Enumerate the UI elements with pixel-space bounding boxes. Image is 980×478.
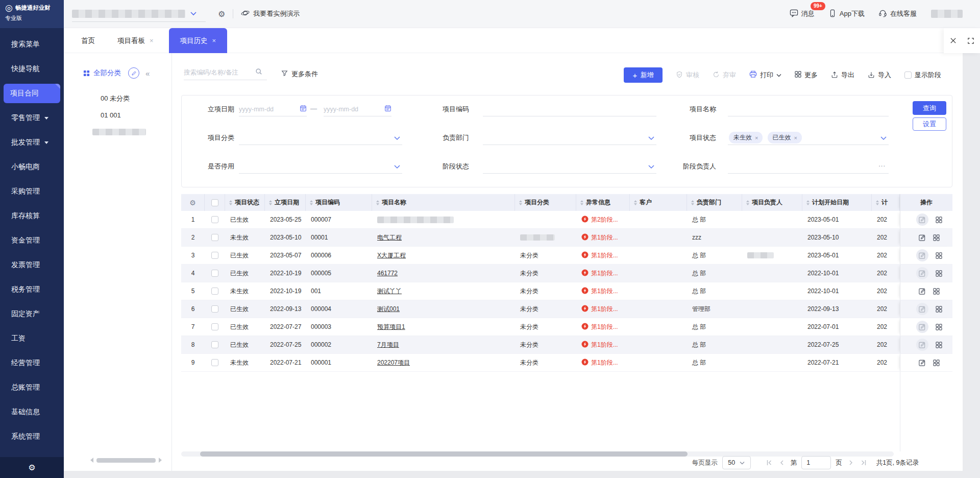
- edit-icon[interactable]: [916, 321, 928, 333]
- exception-link[interactable]: 第1阶段...: [581, 287, 618, 296]
- sidebar-item[interactable]: 基础信息: [0, 400, 64, 424]
- exception-link[interactable]: 第2阶段...: [581, 216, 618, 224]
- more-actions-icon[interactable]: [936, 324, 942, 330]
- sort-icon[interactable]: [691, 200, 694, 205]
- first-page-icon[interactable]: [766, 460, 772, 466]
- exception-link[interactable]: 第1阶段...: [581, 323, 618, 331]
- scrollbar-thumb[interactable]: [96, 458, 156, 463]
- sidebar-item[interactable]: 小畅电商: [0, 155, 64, 179]
- category-panel-title[interactable]: 全部分类: [93, 68, 121, 78]
- edit-icon[interactable]: [918, 359, 926, 367]
- collapse-panel-icon[interactable]: «: [145, 69, 150, 78]
- sort-icon[interactable]: [580, 200, 583, 205]
- scroll-right-icon[interactable]: [159, 458, 162, 463]
- more-actions-icon[interactable]: [936, 217, 942, 223]
- settings-gear-icon[interactable]: ⚙: [28, 463, 35, 472]
- edit-icon[interactable]: [916, 339, 928, 351]
- column-header[interactable]: 异常信息: [576, 194, 630, 211]
- fullscreen-icon[interactable]: [968, 38, 974, 44]
- sidebar-item[interactable]: 采购管理: [0, 179, 64, 204]
- scrollbar-thumb[interactable]: [200, 451, 688, 457]
- tab-close-icon[interactable]: ×: [150, 37, 154, 44]
- sidebar-item[interactable]: 系统管理: [0, 424, 64, 449]
- column-header[interactable]: 立项日期: [265, 194, 306, 211]
- exception-link[interactable]: 第1阶段...: [581, 251, 618, 260]
- company-selector[interactable]: [72, 10, 206, 22]
- project-name-link[interactable]: 电气工程: [377, 233, 402, 242]
- more-actions-icon[interactable]: [936, 270, 942, 277]
- sort-icon[interactable]: [376, 200, 379, 205]
- project-name-link[interactable]: 7月项目: [377, 341, 399, 349]
- sidebar-item[interactable]: 项目合同: [4, 84, 60, 103]
- dept-filter-select[interactable]: [483, 131, 656, 145]
- chip-remove-icon[interactable]: ×: [794, 135, 797, 141]
- project-name-link[interactable]: 测试丫丫: [377, 287, 402, 296]
- row-checkbox[interactable]: [211, 252, 218, 259]
- column-header[interactable]: 负责部门: [687, 194, 742, 211]
- row-checkbox[interactable]: [211, 359, 218, 366]
- project-name-link[interactable]: X大厦工程: [377, 251, 406, 260]
- ellipsis-icon[interactable]: ...: [878, 160, 886, 168]
- edit-icon[interactable]: [916, 303, 928, 315]
- print-button[interactable]: 打印: [749, 70, 781, 80]
- messages-link[interactable]: 消息 99+: [790, 9, 815, 19]
- scroll-left-icon[interactable]: [90, 458, 93, 463]
- stage-status-filter-select[interactable]: [483, 159, 656, 174]
- project-name-link[interactable]: 预算项目1: [377, 323, 405, 331]
- sidebar-item[interactable]: 快捷导航: [0, 57, 64, 81]
- more-actions-icon[interactable]: [936, 306, 942, 313]
- date-from-input[interactable]: [239, 106, 288, 113]
- row-checkbox[interactable]: [211, 216, 218, 223]
- edit-icon[interactable]: [918, 288, 926, 295]
- row-checkbox[interactable]: [211, 341, 218, 348]
- sort-icon[interactable]: [876, 200, 879, 205]
- unaudit-button[interactable]: 弃审: [713, 70, 736, 80]
- sidebar-item[interactable]: 经营管理: [0, 351, 64, 375]
- calendar-icon[interactable]: [300, 105, 307, 114]
- sidebar-item[interactable]: 税务管理: [0, 277, 64, 302]
- more-actions-icon[interactable]: [933, 234, 940, 241]
- sidebar-item[interactable]: 库存核算: [0, 204, 64, 228]
- more-filters-button[interactable]: 更多条件: [281, 69, 318, 79]
- sidebar-item[interactable]: 搜索菜单: [0, 32, 64, 57]
- page-input[interactable]: [801, 456, 831, 469]
- sidebar-item[interactable]: 发票管理: [0, 253, 64, 277]
- column-header[interactable]: 项目编码: [306, 194, 372, 211]
- exception-link[interactable]: 第1阶段...: [581, 305, 618, 314]
- sort-icon[interactable]: [310, 200, 313, 205]
- sort-icon[interactable]: [746, 200, 749, 205]
- stage-owner-filter-input[interactable]: ...: [728, 159, 889, 174]
- column-header[interactable]: 项目状态: [225, 194, 265, 211]
- calendar-icon[interactable]: [384, 105, 391, 114]
- more-actions-icon[interactable]: [933, 288, 940, 295]
- category-item[interactable]: [64, 124, 172, 140]
- tab[interactable]: 项目看板×: [106, 28, 165, 53]
- per-page-select[interactable]: 50: [722, 456, 751, 469]
- project-name-link[interactable]: 461772: [377, 270, 398, 277]
- column-header[interactable]: 客户: [630, 194, 687, 211]
- category-item[interactable]: 01 001: [64, 107, 172, 124]
- column-header[interactable]: 项目负责人: [742, 194, 802, 211]
- import-button[interactable]: 导入: [868, 70, 891, 80]
- exception-link[interactable]: 第1阶段...: [581, 358, 618, 367]
- column-settings-gear-icon[interactable]: ⚙: [181, 194, 205, 211]
- sort-icon[interactable]: [519, 200, 522, 205]
- row-checkbox[interactable]: [211, 270, 218, 277]
- exception-link[interactable]: 第1阶段...: [581, 341, 618, 349]
- search-icon[interactable]: [255, 68, 262, 77]
- user-name-redacted[interactable]: [931, 10, 963, 18]
- app-download-link[interactable]: App下载: [828, 9, 865, 19]
- name-filter-input[interactable]: [728, 102, 889, 116]
- demo-link[interactable]: 我要看实例演示: [241, 9, 300, 19]
- date-to-input[interactable]: [324, 106, 373, 113]
- edit-icon[interactable]: [916, 249, 928, 261]
- exception-link[interactable]: 第1阶段...: [581, 233, 618, 242]
- query-button[interactable]: 查询: [913, 101, 946, 115]
- export-button[interactable]: 导出: [831, 70, 854, 80]
- column-header[interactable]: 计划开始日期: [802, 194, 872, 211]
- tab-close-icon[interactable]: ×: [212, 37, 216, 44]
- sort-icon[interactable]: [806, 200, 810, 205]
- show-stage-toggle[interactable]: 显示阶段: [904, 70, 941, 80]
- edit-icon[interactable]: [916, 267, 928, 279]
- edit-icon[interactable]: [918, 234, 926, 242]
